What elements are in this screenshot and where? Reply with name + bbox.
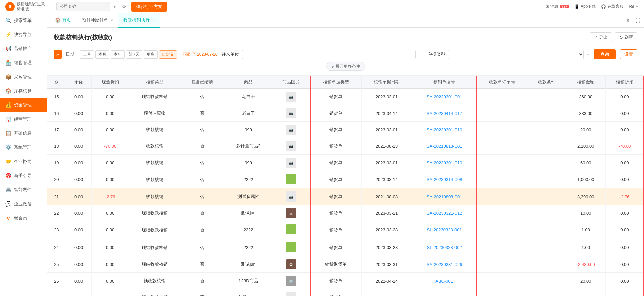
cell-verify-amount: 2,100.00 [566,138,605,155]
sidebar-item-enterprise[interactable]: 🤝 企业协同 [0,155,47,169]
partner-input[interactable] [242,50,416,59]
cell-verify-bill-date: 2023-03-31 [361,256,412,273]
sidebar-item-business[interactable]: 📊 经营管理 [0,112,47,126]
cell-verify-bill-type: 销货单 [310,171,361,188]
close-window-btn[interactable]: ✕ [625,16,631,25]
last-month-btn[interactable]: 上月 [80,50,94,59]
date-label: 日期 [66,51,76,57]
tab-prepay-close[interactable]: × [111,18,113,22]
voucher-type-label: 单据类型 [428,51,445,57]
tab-verify-close[interactable]: × [152,18,154,22]
cell-verify-bill-type: 销货单 [310,221,361,239]
settings-icon-btn[interactable]: ⚙ [119,2,129,11]
online-service-btn[interactable]: 🎧 在线客服 [601,4,624,9]
sidebar-item-search[interactable]: 🔍 搜索菜单 [0,13,47,28]
th-product-img: 商品图片 [272,76,311,89]
tab-verify[interactable]: 收款核销执行 × [118,13,160,28]
th-verify-bill-date: 核销单据日期 [361,76,412,89]
sidebar-item-finance[interactable]: 💰 资金管理 [0,98,47,112]
cell-verify-amount: 100.00 [566,289,605,297]
bill-no-link[interactable]: SA-20230301-001 [427,94,462,99]
bill-no-link[interactable]: SA-20230321-012 [427,211,462,216]
sidebar-item-inventory[interactable]: 🏠 库存核算 [0,84,47,98]
sidebar-item-sales[interactable]: 🏪 销售管理 [0,56,47,70]
more-btn[interactable]: 更多 [144,50,158,59]
expand-more-area[interactable]: ∨ 展开更多条件 [54,62,637,71]
expand-icon: ∨ [331,64,334,69]
tab-prepay[interactable]: 预付冲应付单 × [76,13,118,28]
cell-cash-discount: 0.00 [91,289,129,297]
sidebar-item-basic[interactable]: 📋 基础信息 [0,126,47,140]
cell-receipt-order-no [477,273,528,289]
company-selector[interactable]: 公司名称 [56,2,110,11]
table-row: 20 0.00 0.00 收款核销 否 2222 销货单 2023-03-14 … [47,171,644,188]
bill-no-link[interactable]: SA-20210813-001 [427,144,462,149]
this-year-btn[interactable]: 本年 [111,50,125,59]
top-bar-right: ✉ 消息 99+ 📱 App下载 🎧 在线客服 Rit ▼ [546,4,639,9]
cell-product-img: 🖼 [272,256,311,273]
sidebar-label-basic: 基础信息 [14,130,32,136]
sidebar-item-purchase[interactable]: 📦 采购管理 [0,70,47,84]
query-btn[interactable]: 查询 [594,49,616,59]
industry-btn[interactable]: 体验行业方案 [131,2,167,12]
cell-verify-type: 预收款核销 [129,273,180,289]
sidebar-label-hardware: 智能硬件 [14,187,32,193]
custom-btn[interactable]: 自定义 [159,50,177,59]
bill-no-link[interactable]: SA-20230301-010 [427,160,462,165]
bill-no-link[interactable]: SL-20230328-002 [427,245,462,250]
cell-verify-bill-type: 销货单 [310,122,361,138]
expand-more-btn[interactable]: ∨ 展开更多条件 [326,62,365,71]
bill-no-link[interactable]: SL-20230408-001 [427,295,462,297]
cell-receipt-order-no [477,239,528,256]
cell-include-settled: 否 [180,273,224,289]
7days-btn[interactable]: 近7天 [126,50,143,59]
sidebar-item-member[interactable]: V 畅会员 [0,211,47,225]
cell-payment-terms [528,138,566,155]
top-bar: 6 畅捷通谐好生意 标准版 公司名称 ▼ ⚙ 体验行业方案 ✉ 消息 99+ 📱… [0,0,644,13]
cell-verify-bill-no: SA-20230414-017 [412,105,477,122]
cell-cash-discount: -70.00 [91,138,129,155]
th-settings[interactable]: ⚙ [47,76,66,89]
collapse-btn[interactable]: » [54,50,62,59]
bill-no-link[interactable]: SA-20230301-010 [427,127,462,132]
cell-row-num: 20 [47,171,66,188]
refresh-btn[interactable]: ↻ 刷新 [615,32,637,42]
cell-verify-amount: 1.00 [566,221,605,239]
bill-no-link[interactable]: SA-20230414-017 [427,111,462,116]
message-btn[interactable]: ✉ 消息 99+ [546,4,569,9]
cell-payment-terms [528,122,566,138]
cell-row-num: 22 [47,205,66,221]
bill-no-link[interactable]: SA-20230314-008 [427,177,462,182]
cell-verify-type: 收款核销 [129,122,180,138]
bill-no-link[interactable]: SL-20230328-001 [427,227,462,232]
this-month-btn[interactable]: 本月 [95,50,109,59]
table-row: 22 0.00 0.00 现结收款核销 否 测试jun 🖼 销货单 2023-0… [47,205,644,221]
cell-payment-terms [528,171,566,188]
bill-no-link[interactable]: SA-20230331-026 [427,262,462,267]
sidebar-item-guide[interactable]: 🎯 新手引导 [0,169,47,183]
sidebar-label-enterprise: 企业协同 [14,159,32,165]
voucher-type-select[interactable] [448,50,584,59]
sidebar-item-quick-nav[interactable]: ⚡ 快捷导航 [0,28,47,42]
sidebar-item-marketing[interactable]: 📢 营销推广 [0,42,47,56]
cell-row-num: 26 [47,273,66,289]
maximize-btn[interactable]: ⛶ [634,16,641,25]
sidebar-item-system[interactable]: ⚙️ 系统管理 [0,140,47,155]
bill-no-link[interactable]: SA-20210808-001 [427,194,462,199]
sidebar-item-hardware[interactable]: 🖨️ 智能硬件 [0,183,47,197]
table-row: 16 0.00 0.00 预付冲应收 否 老白干 📷 销货单 2023-04-1… [47,105,644,122]
cell-row-num: 23 [47,221,66,239]
cell-verify-discount: 0.00 [605,105,644,122]
export-btn[interactable]: ↗ 导出 [590,32,612,42]
logo-icon: 6 [5,2,15,11]
settings-btn[interactable]: 设置 [620,49,637,59]
user-name-area[interactable]: Rit ▼ [629,4,639,9]
app-download-btn[interactable]: 📱 App下载 [574,4,596,9]
system-icon: ⚙️ [5,144,11,151]
tab-home[interactable]: 🏠 首页 [50,13,76,28]
sidebar-item-wechat[interactable]: 💬 企业微信 [0,197,47,211]
cell-row-num: 27 [47,289,66,297]
bill-no-link[interactable]: ABC-001 [435,278,453,284]
cell-product-img: 📷 [272,138,311,155]
cell-verify-bill-no: SA-20230321-012 [412,205,477,221]
